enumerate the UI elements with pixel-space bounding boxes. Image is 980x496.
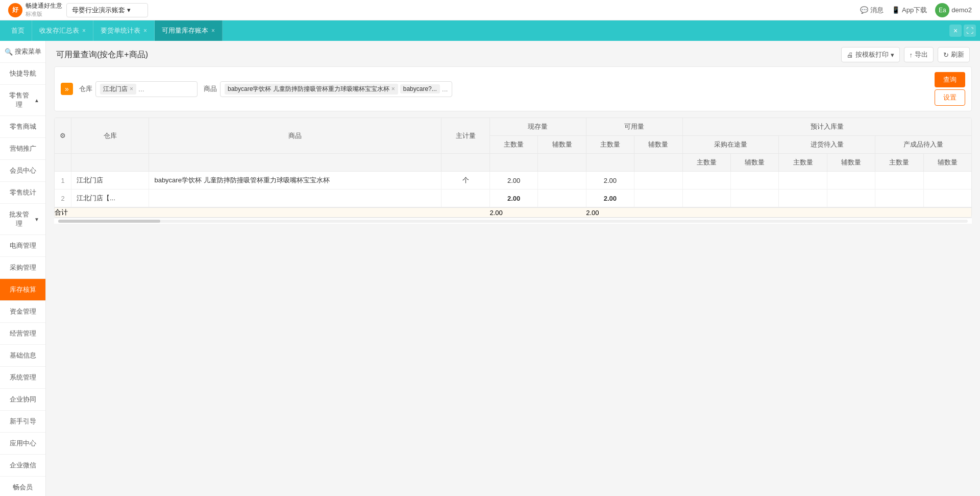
th-product-main: 主数量	[875, 154, 923, 172]
tab-yaohuo-label: 要货单统计表	[101, 26, 140, 35]
summary-row: 合计 2.00 2.00	[55, 207, 971, 217]
sidebar-marketing-label: 营销推广	[10, 144, 36, 153]
sidebar-item-ecommerce[interactable]: 电商管理	[0, 235, 45, 257]
industry-select-text: 母婴行业演示账套	[72, 6, 125, 15]
settings-btn[interactable]: 设置	[935, 89, 965, 106]
th-main-unit: 主计量	[442, 118, 489, 154]
sidebar-item-vip-member[interactable]: 畅会员	[0, 477, 45, 496]
sidebar-item-enterprise-wechat[interactable]: 企业微信	[0, 455, 45, 477]
sidebar-operations-label: 经营管理	[10, 329, 36, 338]
filter-toggle-btn[interactable]: »	[61, 83, 73, 95]
product-input[interactable]: babycare学饮杯 儿童防摔防撞吸管杯重力球吸嘴杯宝宝水杯 × babyca…	[220, 81, 452, 97]
sidebar-item-quick-nav[interactable]: 快捷导航	[0, 63, 45, 85]
tab-yaohuo-close[interactable]: ×	[143, 27, 147, 34]
sidebar-retail-mgmt-label: 零售管理	[6, 91, 32, 109]
query-btn[interactable]: 查询	[935, 72, 965, 87]
tab-shoufacun-close[interactable]: ×	[82, 27, 86, 34]
th-settings[interactable]: ⚙	[55, 118, 71, 154]
close-window-btn[interactable]: ×	[949, 25, 962, 37]
logo-sub: 标准版	[26, 10, 62, 18]
row2-purchase-main	[682, 190, 730, 208]
sidebar-member-label: 会员中心	[10, 166, 36, 175]
sidebar-finance-label: 资金管理	[10, 307, 36, 316]
horizontal-scrollbar[interactable]	[54, 218, 972, 224]
sidebar-item-purchase[interactable]: 采购管理	[0, 257, 45, 279]
row2-product-main	[875, 190, 923, 208]
tab-home[interactable]: 首页	[4, 20, 32, 41]
industry-select[interactable]: 母婴行业演示账套 ▾	[66, 3, 148, 17]
export-btn[interactable]: ↑ 导出	[904, 47, 934, 62]
product-tag-2: babycare?...	[400, 84, 440, 93]
product-label: 商品	[204, 84, 217, 93]
sidebar-item-retail-mall[interactable]: 零售商城	[0, 116, 45, 138]
sidebar-item-marketing[interactable]: 营销推广	[0, 138, 45, 160]
template-print-btn[interactable]: 🖨 按模板打印 ▾	[841, 47, 900, 62]
page-title: 可用量查询(按仓库+商品)	[56, 50, 148, 60]
product-tag-1-remove[interactable]: ×	[391, 85, 395, 92]
avatar: Ea	[935, 3, 949, 17]
th-available-main: 主数量	[586, 136, 634, 154]
sidebar-enterprise-wechat-label: 企业微信	[10, 461, 36, 470]
summary-product-aux	[923, 207, 971, 217]
row2-num: 2	[55, 190, 71, 208]
summary-arrival-aux	[827, 207, 875, 217]
product-more-icon[interactable]: ...	[442, 85, 448, 93]
th-available-aux: 辅数量	[634, 136, 682, 154]
warehouse-more-icon[interactable]: ...	[138, 85, 144, 93]
sidebar-item-inventory[interactable]: 库存核算	[0, 279, 45, 301]
nav-window-actions: × ⛶	[949, 25, 976, 37]
sidebar-item-finance[interactable]: 资金管理	[0, 301, 45, 323]
row1-product-main	[875, 172, 923, 190]
sidebar-item-retail-stats[interactable]: 零售统计	[0, 182, 45, 204]
sidebar-item-basic-info[interactable]: 基础信息	[0, 345, 45, 367]
warehouse-filter: 仓库 江北门店 × ...	[79, 81, 198, 97]
warehouse-tag-remove[interactable]: ×	[130, 85, 133, 92]
user-area[interactable]: Ea demo2	[935, 3, 972, 17]
row1-arrival-main	[779, 172, 827, 190]
sidebar-search-label: 搜索菜单	[15, 47, 41, 56]
sidebar-item-enterprise[interactable]: 企业协同	[0, 389, 45, 411]
refresh-btn[interactable]: ↻ 刷新	[938, 47, 970, 62]
th-purchase-aux: 辅数量	[731, 154, 779, 172]
summary-product-main	[875, 207, 923, 217]
summary-available-aux	[634, 207, 682, 217]
warehouse-input[interactable]: 江北门店 × ...	[95, 81, 198, 97]
refresh-label: 刷新	[951, 50, 964, 59]
sidebar-item-system[interactable]: 系统管理	[0, 367, 45, 389]
sidebar-item-search[interactable]: 🔍 搜索菜单	[0, 41, 45, 63]
sidebar-ecommerce-label: 电商管理	[10, 241, 36, 250]
refresh-icon: ↻	[943, 51, 949, 59]
th-empty-warehouse	[71, 154, 149, 172]
tab-keyongliang[interactable]: 可用量库存账本 ×	[155, 20, 223, 41]
scroll-thumb[interactable]	[58, 220, 160, 223]
th-stock-header: 现存量	[489, 118, 586, 136]
sidebar-item-member[interactable]: 会员中心	[0, 160, 45, 182]
row1-available-aux	[634, 172, 682, 190]
row1-stock-aux	[538, 172, 586, 190]
row2-unit	[442, 190, 489, 208]
settings-icon: ⚙	[60, 132, 66, 139]
sidebar-item-operations[interactable]: 经营管理	[0, 323, 45, 345]
row1-unit: 个	[442, 172, 489, 190]
chevron-down-icon: ▾	[127, 6, 131, 14]
tab-keyongliang-close[interactable]: ×	[211, 27, 215, 34]
message-btn[interactable]: 💬 消息	[860, 6, 884, 15]
tab-yaohuo[interactable]: 要货单统计表 ×	[93, 20, 155, 41]
tab-shoufacun-label: 收发存汇总表	[39, 26, 79, 35]
filter-action-btns: 查询 设置	[935, 72, 965, 106]
fullscreen-btn[interactable]: ⛶	[964, 25, 976, 37]
app-download-btn[interactable]: 📱 App下载	[892, 6, 927, 15]
th-stock-main: 主数量	[489, 136, 537, 154]
row1-product: babycare学饮杯 儿童防摔防撞吸管杯重力球吸嘴杯宝宝水杯	[149, 172, 442, 190]
tab-keyongliang-label: 可用量库存账本	[162, 26, 208, 35]
print-icon: 🖨	[847, 51, 853, 59]
sidebar-item-retail-mgmt[interactable]: 零售管理 ▲	[0, 85, 45, 116]
expand-icon: »	[65, 85, 69, 93]
tab-shoufacun[interactable]: 收发存汇总表 ×	[32, 20, 93, 41]
sidebar-item-wholesale-mgmt[interactable]: 批发管理 ▼	[0, 204, 45, 235]
sidebar-app-center-label: 应用中心	[10, 439, 36, 448]
sidebar-item-app-center[interactable]: 应用中心	[0, 433, 45, 455]
top-bar-right: 💬 消息 📱 App下载 Ea demo2	[860, 3, 972, 17]
sidebar-item-newbie[interactable]: 新手引导	[0, 411, 45, 433]
chevron-up-icon: ▲	[34, 98, 39, 103]
